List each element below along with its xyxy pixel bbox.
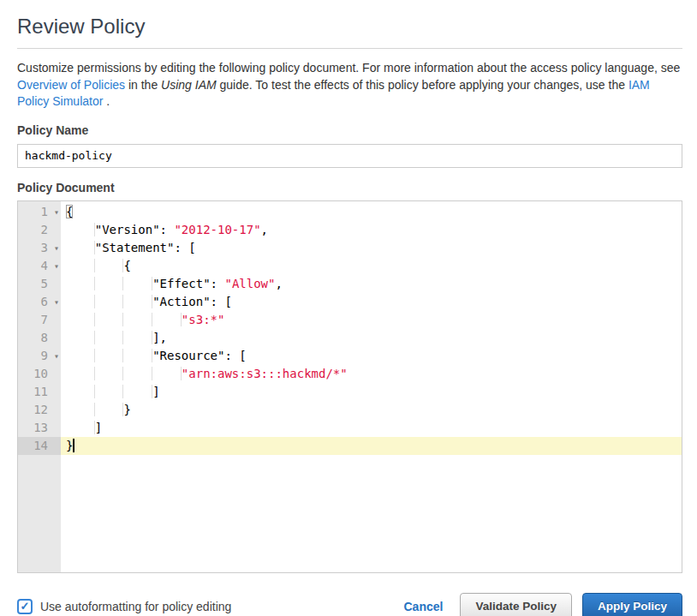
line-number: 2 bbox=[41, 223, 48, 236]
line-number: 4 bbox=[41, 259, 48, 272]
policy-document-label: Policy Document bbox=[17, 181, 682, 194]
code-token bbox=[66, 385, 152, 398]
gutter-cell: 4▾ bbox=[18, 257, 61, 275]
code-line[interactable]: "Statement": [ bbox=[61, 239, 682, 257]
code-line[interactable]: { bbox=[61, 203, 682, 221]
code-line[interactable]: "Version": "2012-10-17", bbox=[61, 221, 682, 239]
fold-caret-icon[interactable]: ▾ bbox=[54, 239, 59, 257]
line-number: 10 bbox=[33, 367, 48, 380]
line-number: 11 bbox=[33, 385, 48, 398]
code-line[interactable]: "Resource": [ bbox=[61, 347, 682, 365]
code-token bbox=[66, 331, 152, 344]
overview-of-policies-link[interactable]: Overview of Policies bbox=[17, 78, 125, 92]
intro-segment: in the bbox=[125, 78, 161, 92]
code-token: ] bbox=[95, 421, 102, 434]
code-token bbox=[66, 349, 152, 362]
line-number: 12 bbox=[33, 403, 48, 416]
apply-policy-button[interactable]: Apply Policy bbox=[582, 593, 682, 616]
cancel-link[interactable]: Cancel bbox=[404, 600, 444, 613]
line-number: 1 bbox=[41, 205, 48, 218]
key-token: "Effect" bbox=[152, 277, 210, 290]
key-token: "Statement" bbox=[95, 241, 175, 254]
code-token: { bbox=[123, 259, 130, 272]
key-token: "Resource" bbox=[152, 349, 224, 362]
gutter-cell: 9▾ bbox=[18, 347, 61, 365]
gutter-cell: 13 bbox=[18, 419, 61, 437]
gutter-cell: 12 bbox=[18, 401, 61, 419]
validate-policy-button[interactable]: Validate Policy bbox=[460, 593, 572, 616]
code-token bbox=[66, 313, 182, 326]
key-token: "Version" bbox=[95, 223, 160, 236]
intro-segment: . bbox=[103, 94, 110, 108]
fold-caret-icon[interactable]: ▾ bbox=[54, 203, 59, 221]
code-token: : bbox=[160, 223, 175, 236]
autoformat-toggle[interactable]: ✓ Use autoformatting for policy editing bbox=[17, 599, 231, 614]
code-token: : [ bbox=[174, 241, 195, 254]
gutter-cell: 6▾ bbox=[18, 293, 61, 311]
intro-text: Customize permissions by editing the fol… bbox=[17, 60, 682, 111]
footer-actions: Cancel Validate Policy Apply Policy bbox=[404, 593, 683, 616]
code-line[interactable]: "s3:*" bbox=[61, 311, 682, 329]
fold-caret-icon[interactable]: ▾ bbox=[54, 347, 59, 365]
editor-code[interactable]: { "Version": "2012-10-17", "Statement": … bbox=[61, 201, 682, 572]
string-token: "2012-10-17" bbox=[174, 223, 260, 236]
intro-segment: Customize permissions by editing the fol… bbox=[17, 61, 680, 75]
code-token: ], bbox=[152, 331, 167, 344]
code-line[interactable]: "arn:aws:s3:::hackmd/*" bbox=[61, 365, 682, 383]
code-token bbox=[66, 223, 95, 236]
line-number: 5 bbox=[41, 277, 48, 290]
key-token: "Action" bbox=[152, 295, 210, 308]
footer-bar: ✓ Use autoformatting for policy editing … bbox=[17, 593, 682, 616]
line-number: 14 bbox=[33, 439, 48, 452]
line-number: 3 bbox=[41, 241, 48, 254]
code-token: : [ bbox=[211, 295, 232, 308]
code-line[interactable]: ] bbox=[61, 383, 682, 401]
line-number: 8 bbox=[41, 331, 48, 344]
code-token: } bbox=[123, 403, 130, 416]
bracket-highlight: { bbox=[66, 205, 73, 218]
autoformat-checkbox[interactable]: ✓ bbox=[17, 599, 33, 614]
text-cursor bbox=[73, 439, 74, 452]
code-line[interactable]: "Effect": "Allow", bbox=[61, 275, 682, 293]
gutter-cell: 3▾ bbox=[18, 239, 61, 257]
intro-segment: guide. To test the effects of this polic… bbox=[217, 78, 628, 92]
code-line[interactable]: { bbox=[61, 257, 682, 275]
code-line[interactable]: "Action": [ bbox=[61, 293, 682, 311]
line-number: 9 bbox=[41, 349, 48, 362]
fold-caret-icon[interactable]: ▾ bbox=[54, 293, 59, 311]
autoformat-label: Use autoformatting for policy editing bbox=[40, 600, 231, 613]
fold-caret-icon[interactable]: ▾ bbox=[54, 257, 59, 275]
checkmark-icon: ✓ bbox=[21, 601, 30, 612]
gutter-cell: 2 bbox=[18, 221, 61, 239]
code-token: , bbox=[275, 277, 282, 290]
gutter-cell: 7 bbox=[18, 311, 61, 329]
policy-name-input[interactable] bbox=[17, 144, 682, 168]
string-token: "Allow" bbox=[224, 277, 275, 290]
code-line[interactable]: ], bbox=[61, 329, 682, 347]
code-token: : [ bbox=[224, 349, 246, 362]
gutter-cell: 11 bbox=[18, 383, 61, 401]
policy-editor[interactable]: 1▾23▾4▾56▾789▾1011121314 { "Version": "2… bbox=[17, 200, 682, 573]
code-line[interactable]: ] bbox=[61, 419, 682, 437]
gutter-cell: 1▾ bbox=[18, 203, 61, 221]
code-token: ] bbox=[152, 385, 159, 398]
string-token: "s3:*" bbox=[182, 313, 225, 326]
code-token: : bbox=[211, 277, 225, 290]
gutter-cell: 8 bbox=[18, 329, 61, 347]
italic-text: Using IAM bbox=[161, 78, 217, 92]
line-number: 7 bbox=[41, 313, 48, 326]
review-policy-page: Review Policy Customize permissions by e… bbox=[0, 0, 697, 616]
gutter-cell: 14 bbox=[18, 437, 61, 455]
string-token: "arn:aws:s3:::hackmd/*" bbox=[182, 367, 348, 380]
gutter-cell: 5 bbox=[18, 275, 61, 293]
policy-name-label: Policy Name bbox=[17, 123, 682, 137]
code-token bbox=[66, 259, 123, 272]
code-token bbox=[66, 403, 123, 416]
code-line[interactable]: } bbox=[61, 437, 682, 455]
code-token: , bbox=[261, 223, 268, 236]
line-number: 13 bbox=[33, 421, 48, 434]
page-title: Review Policy bbox=[17, 15, 682, 49]
line-number: 6 bbox=[41, 295, 48, 308]
code-token bbox=[66, 367, 182, 380]
code-line[interactable]: } bbox=[61, 401, 682, 419]
